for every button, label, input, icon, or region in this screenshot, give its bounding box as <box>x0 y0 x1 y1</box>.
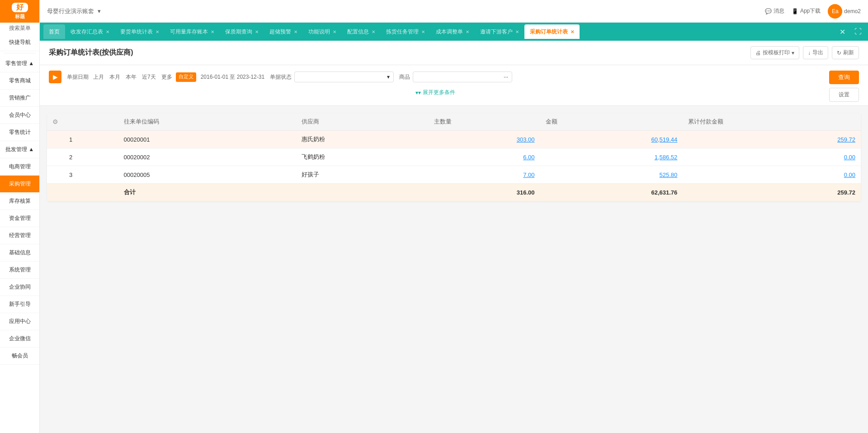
tab-close-icon[interactable]: ✕ <box>372 29 375 34</box>
avatar: Ea <box>828 4 842 19</box>
tab-function-desc[interactable]: 功能说明 ✕ <box>303 24 342 39</box>
tab-close-icon[interactable]: ✕ <box>421 29 425 34</box>
row-paid: 259.72 <box>683 131 861 148</box>
row-supplier: 飞鹤奶粉 <box>296 148 429 166</box>
sidebar-item-basic-info[interactable]: 基础信息 <box>0 244 39 262</box>
tab-shelf-life[interactable]: 保质期查询 ✕ <box>220 24 264 39</box>
tab-available-stock[interactable]: 可用量库存账本 ✕ <box>165 24 220 39</box>
tab-home[interactable]: 首页 <box>43 24 65 39</box>
th-supplier: 供应商 <box>296 113 429 131</box>
tab-close-icon[interactable]: ✕ <box>106 29 109 34</box>
sidebar-item-retail-manage[interactable]: 零售管理 ▲ <box>0 55 39 72</box>
sidebar-divider-1 <box>4 53 36 53</box>
tab-purchase-order-stats[interactable]: 采购订单统计表 ✕ <box>524 24 580 39</box>
workspace-label: 母婴行业演示账套 <box>47 7 94 15</box>
th-partner-code: 往来单位编码 <box>118 113 297 131</box>
tab-close-icon[interactable]: ✕ <box>211 29 214 34</box>
tab-close-icon[interactable]: ✕ <box>515 29 519 34</box>
tab-cost-adjust[interactable]: 成本调整单 ✕ <box>430 24 475 39</box>
sidebar-item-marketing[interactable]: 营销推广 <box>0 90 39 107</box>
expand-more-btn[interactable]: ▾▾ 展开更多条件 <box>415 89 455 96</box>
tab-picking-task[interactable]: 拣货任务管理 ✕ <box>381 24 430 39</box>
row-code: 00020002 <box>118 148 297 166</box>
goods-select[interactable]: ··· <box>413 71 512 82</box>
sidebar-item-retail-stats[interactable]: 零售统计 <box>0 124 39 141</box>
sidebar-quick-nav[interactable]: 快捷导航 <box>0 34 39 51</box>
filter-section: ▶ 单据日期 上月 本月 本年 近7天 更多 自定义 2016-0 <box>49 71 859 102</box>
th-index <box>64 113 118 131</box>
tabbar: 首页 收发存汇总表 ✕ 要货单统计表 ✕ 可用量库存账本 ✕ 保质期查询 ✕ 超… <box>40 23 868 41</box>
row-code: 00020001 <box>118 131 297 148</box>
table-row[interactable]: 1 00020001 惠氏奶粉 303.00 60,519.44 259.72 <box>47 131 861 148</box>
user-name: demo2 <box>844 8 861 14</box>
date-last-month[interactable]: 上月 <box>91 72 106 82</box>
tab-stock-summary[interactable]: 收发存汇总表 ✕ <box>65 24 115 39</box>
date-7days[interactable]: 近7天 <box>140 72 158 82</box>
tab-requisition[interactable]: 要货单统计表 ✕ <box>115 24 165 39</box>
date-this-month[interactable]: 本月 <box>108 72 122 82</box>
print-label: 按模板打印 <box>763 49 790 57</box>
tab-close-icon[interactable]: ✕ <box>255 29 259 34</box>
row-quantity: 7.00 <box>429 166 540 184</box>
print-btn[interactable]: 🖨 按模板打印 ▾ <box>750 46 799 59</box>
maximize-window-btn[interactable]: ⛶ <box>852 27 864 37</box>
sidebar-item-retail-mall[interactable]: 零售商城 <box>0 72 39 90</box>
sidebar-item-purchase[interactable]: 采购管理 <box>0 176 39 193</box>
date-more[interactable]: 更多 <box>160 72 174 82</box>
row-index: 1 <box>64 131 118 148</box>
gear-icon[interactable]: ⚙ <box>52 118 58 125</box>
date-this-year[interactable]: 本年 <box>124 72 138 82</box>
sidebar-item-operations[interactable]: 经营管理 <box>0 227 39 244</box>
sidebar-item-app-center[interactable]: 应用中心 <box>0 313 39 330</box>
sidebar-item-system[interactable]: 系统管理 <box>0 262 39 279</box>
table-row[interactable]: 3 00020005 好孩子 7.00 525.80 0.00 <box>47 166 861 184</box>
th-quantity: 主数量 <box>429 113 540 131</box>
th-paid: 累计付款金额 <box>683 113 861 131</box>
filter-toggle-btn[interactable]: ▶ <box>49 71 61 83</box>
workspace-selector[interactable]: 母婴行业演示账套 ▾ <box>47 7 101 15</box>
tab-close-icon[interactable]: ✕ <box>294 29 297 34</box>
tab-overstock-warning[interactable]: 超储预警 ✕ <box>264 24 303 39</box>
tab-close-icon[interactable]: ✕ <box>571 29 574 34</box>
sidebar-item-stock[interactable]: 库存核算 <box>0 193 39 210</box>
footer-paid: 259.72 <box>683 184 861 201</box>
user-profile[interactable]: Ea demo2 <box>828 4 861 19</box>
filter-right: 查询 设置 <box>829 71 859 102</box>
settings-btn[interactable]: 设置 <box>829 88 859 102</box>
sidebar-item-guide[interactable]: 新手引导 <box>0 296 39 313</box>
tab-config-info-label: 配置信息 <box>347 28 369 36</box>
filter-area: ▶ 单据日期 上月 本月 本年 近7天 更多 自定义 2016-0 <box>40 65 868 106</box>
sidebar-item-member[interactable]: 会员中心 <box>0 107 39 124</box>
row-quantity: 303.00 <box>429 131 540 148</box>
app-download-btn[interactable]: 📱 App下载 <box>792 7 821 15</box>
row-gear <box>47 131 64 148</box>
query-btn[interactable]: 查询 <box>829 71 859 84</box>
row-code: 00020005 <box>118 166 297 184</box>
tab-close-icon[interactable]: ✕ <box>466 29 469 34</box>
message-btn[interactable]: 💬 消息 <box>765 7 784 15</box>
date-custom-tag[interactable]: 自定义 <box>176 72 196 82</box>
table-row[interactable]: 2 00020002 飞鹤奶粉 6.00 1,586.52 0.00 <box>47 148 861 166</box>
row-amount: 525.80 <box>540 166 683 184</box>
status-filter-group: 单据状态 ▾ <box>270 71 394 82</box>
search-menu[interactable]: 搜索菜单 <box>0 23 39 34</box>
page-header: 采购订单统计表(按供应商) 🖨 按模板打印 ▾ ↓ 导出 ↻ 刷新 <box>40 41 868 65</box>
tab-config-info[interactable]: 配置信息 ✕ <box>342 24 381 39</box>
sidebar-item-wechat[interactable]: 企业微信 <box>0 330 39 347</box>
table-area: ⚙ 往来单位编码 供应商 主数量 金额 累计付款金额 1 00020001 惠氏… <box>40 106 868 433</box>
sidebar-item-finance[interactable]: 资金管理 <box>0 210 39 227</box>
tab-close-icon[interactable]: ✕ <box>156 29 159 34</box>
refresh-btn[interactable]: ↻ 刷新 <box>832 46 859 59</box>
close-window-btn[interactable]: ✕ <box>837 27 848 37</box>
sidebar-item-member2[interactable]: 畅会员 <box>0 347 39 365</box>
sidebar-item-enterprise[interactable]: 企业协同 <box>0 279 39 296</box>
status-select[interactable]: ▾ <box>294 71 394 82</box>
tab-overstock-warning-label: 超储预警 <box>269 28 291 36</box>
tab-close-icon[interactable]: ✕ <box>333 29 336 34</box>
tab-shelf-life-label: 保质期查询 <box>225 28 252 36</box>
export-btn[interactable]: ↓ 导出 <box>803 46 828 59</box>
sidebar-item-wholesale[interactable]: 批发管理 ▲ <box>0 141 39 158</box>
footer-quantity: 316.00 <box>429 184 540 201</box>
tab-invite-customer[interactable]: 邀请下游客户 ✕ <box>475 24 524 39</box>
sidebar-item-ecommerce[interactable]: 电商管理 <box>0 158 39 176</box>
